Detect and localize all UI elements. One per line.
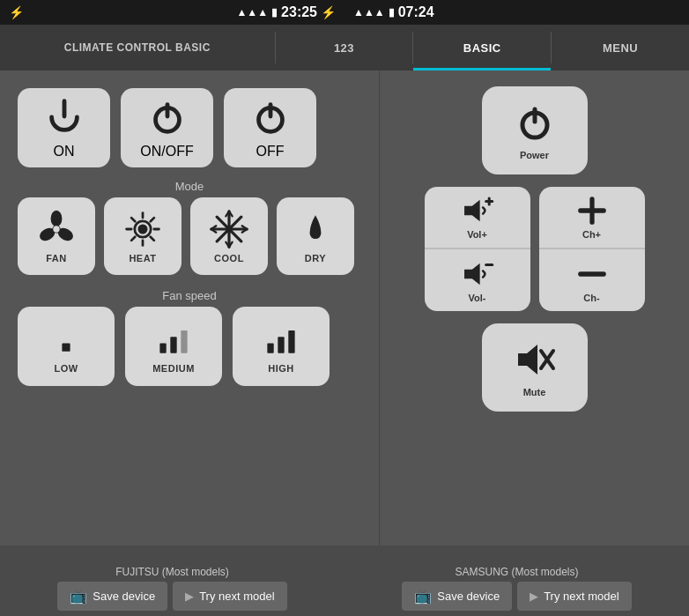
- svg-rect-38: [278, 337, 284, 353]
- fanspeed-label: Fan speed: [18, 289, 361, 302]
- usb-icon-left: ⚡: [9, 5, 24, 19]
- fan-icon: [36, 209, 77, 249]
- tv-icon-right: 📺: [414, 588, 432, 605]
- svg-point-9: [53, 226, 59, 232]
- vol-section: Vol+ Vol-: [425, 187, 530, 311]
- ch-paired: Ch+ Ch-: [539, 187, 645, 311]
- dry-icon: [295, 209, 336, 249]
- fan-button[interactable]: FAN: [18, 197, 95, 275]
- ch-minus-button[interactable]: Ch-: [539, 249, 645, 311]
- svg-rect-37: [267, 344, 273, 353]
- arrow-icon-left: ▶: [185, 590, 194, 603]
- svg-line-16: [151, 237, 154, 241]
- power-button[interactable]: Power: [482, 86, 588, 174]
- bottom-actions-left: 📺 Save device ▶ Try next model: [57, 582, 286, 611]
- bottom-right: SAMSUNG (Most models) 📺 Save device ▶ Tr…: [344, 545, 689, 616]
- vol-paired: Vol+ Vol-: [425, 187, 530, 311]
- high-button[interactable]: HIGH: [233, 307, 330, 386]
- left-panel: ON ON/OFF OFF Mode: [0, 71, 379, 616]
- ch-minus-icon: [573, 258, 611, 290]
- right-panel: Power: [379, 71, 689, 616]
- heat-icon: [122, 209, 163, 249]
- signal-bars-right: ▲▲▲: [353, 6, 385, 19]
- try-next-right-button[interactable]: ▶ Try next model: [517, 582, 632, 611]
- mode-section: Mode FAN: [18, 180, 361, 275]
- vol-minus-icon: [458, 258, 497, 290]
- svg-marker-42: [464, 200, 480, 222]
- medium-icon: [153, 319, 194, 360]
- svg-point-32: [226, 226, 232, 232]
- tab-bar: CLIMATE CONTROL BASIC 123 BASIC MENU: [0, 25, 689, 71]
- off-icon: [249, 96, 292, 138]
- power-icon: [513, 100, 557, 145]
- ch-plus-icon: [573, 195, 611, 226]
- save-device-left-button[interactable]: 📺 Save device: [57, 582, 167, 611]
- main-content: ON ON/OFF OFF Mode: [0, 71, 689, 616]
- cool-button[interactable]: COOL: [190, 197, 268, 275]
- svg-line-15: [131, 218, 135, 221]
- fanspeed-section: Fan speed LOW MEDIUM: [18, 289, 361, 386]
- ch-plus-button[interactable]: Ch+: [539, 187, 645, 249]
- svg-rect-33: [62, 344, 70, 352]
- on-off-row: ON ON/OFF OFF: [18, 88, 361, 167]
- onoff-icon: [146, 96, 189, 138]
- tab-123[interactable]: 123: [276, 25, 413, 71]
- mute-button[interactable]: Mute: [482, 323, 588, 412]
- brand-right: SAMSUNG (Most models): [455, 566, 578, 578]
- heat-button[interactable]: HEAT: [104, 197, 182, 275]
- svg-rect-34: [159, 344, 166, 353]
- svg-point-19: [137, 224, 147, 234]
- svg-rect-39: [288, 330, 294, 353]
- ch-section: Ch+ Ch-: [539, 187, 645, 311]
- arrow-icon-right: ▶: [530, 590, 538, 603]
- cool-icon: [209, 209, 249, 249]
- svg-line-18: [131, 237, 135, 241]
- brand-left: FUJITSU (Most models): [115, 566, 229, 578]
- on-icon: [43, 96, 85, 138]
- tv-icon-left: 📺: [70, 588, 87, 605]
- vol-plus-icon: [458, 195, 497, 226]
- status-bar-left: ⚡ ▲▲▲ ▮ 23:25 ⚡: [0, 0, 344, 25]
- signal-bars-left: ▲▲▲: [236, 6, 268, 19]
- svg-rect-35: [170, 337, 176, 353]
- time-left: 23:25: [281, 4, 317, 20]
- usb-icon-left2: ⚡: [321, 5, 336, 19]
- low-button[interactable]: LOW: [18, 307, 115, 386]
- mute-icon: [513, 338, 557, 382]
- high-icon: [261, 319, 301, 360]
- svg-rect-36: [181, 330, 187, 353]
- save-device-right-button[interactable]: 📺 Save device: [402, 582, 512, 611]
- bottom-left: FUJITSU (Most models) 📺 Save device ▶ Tr…: [0, 545, 344, 616]
- svg-point-6: [51, 211, 63, 226]
- bottom-bar: FUJITSU (Most models) 📺 Save device ▶ Tr…: [0, 545, 689, 616]
- tab-climate[interactable]: CLIMATE CONTROL BASIC: [0, 25, 275, 71]
- time-right: 07:24: [398, 4, 434, 20]
- tab-basic[interactable]: BASIC: [413, 25, 551, 71]
- battery-icon-left: ▮: [271, 6, 278, 19]
- off-button[interactable]: OFF: [224, 88, 316, 167]
- status-bar-right: ▲▲▲ ▮ 07:24: [344, 0, 689, 25]
- dry-button[interactable]: DRY: [277, 197, 354, 275]
- low-icon: [46, 319, 86, 360]
- mode-label: Mode: [18, 180, 361, 193]
- bottom-actions-right: 📺 Save device ▶ Try next model: [402, 582, 631, 611]
- battery-icon-right: ▮: [389, 6, 395, 19]
- on-button[interactable]: ON: [18, 88, 110, 167]
- try-next-left-button[interactable]: ▶ Try next model: [173, 582, 287, 611]
- svg-marker-45: [464, 263, 480, 285]
- onoff-button[interactable]: ON/OFF: [121, 88, 213, 167]
- medium-button[interactable]: MEDIUM: [125, 307, 222, 386]
- tab-menu[interactable]: MENU: [552, 25, 689, 71]
- svg-line-17: [151, 218, 154, 221]
- vol-minus-button[interactable]: Vol-: [425, 249, 530, 311]
- vol-ch-grid: Vol+ Vol-: [393, 187, 676, 311]
- svg-marker-50: [518, 345, 537, 375]
- vol-plus-button[interactable]: Vol+: [425, 187, 530, 249]
